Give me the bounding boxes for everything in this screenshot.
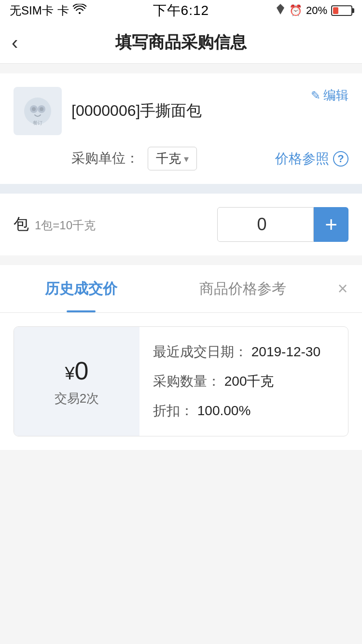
main-content (0, 450, 362, 644)
product-code: [0000006] (71, 102, 140, 119)
battery-icon (331, 5, 352, 16)
status-right: ⏰ 20% (276, 4, 352, 17)
battery-percent: 20% (306, 4, 327, 17)
purchase-qty-value: 200千克 (224, 374, 274, 389)
sim-label: 卡 (57, 3, 69, 18)
edit-label: 编辑 (323, 87, 348, 104)
history-trade-count: 交易2次 (55, 390, 99, 407)
product-name: [0000006]手撕面包 (71, 100, 202, 122)
history-price-display: ¥0 (65, 356, 89, 385)
product-left: 餐订 [0000006]手撕面包 (14, 87, 202, 135)
quantity-plus-button[interactable]: + (314, 207, 348, 242)
product-thumbnail: 餐订 (14, 87, 62, 135)
tab-product-price-ref[interactable]: 商品价格参考 (162, 266, 323, 312)
product-card: 餐订 [0000006]手撕面包 ✎ 编辑 采购单位： 千克 ▾ 价格参照 ? (0, 73, 362, 184)
unit-label-group: 采购单位： 千克 ▾ (71, 147, 197, 170)
unit-select[interactable]: 千克 ▾ (148, 147, 197, 170)
status-bar: 无SIM卡 卡 下午6:12 ⏰ 20% (0, 0, 362, 21)
tab-price-ref-label: 商品价格参考 (199, 280, 286, 296)
quantity-unit-info: 包 1包=10千克 (14, 214, 96, 235)
unit-label: 采购单位： (71, 151, 139, 166)
tab-close-button[interactable]: × (323, 265, 362, 312)
tab-history-label: 历史成交价 (45, 280, 117, 296)
svg-text:餐订: 餐订 (33, 120, 42, 126)
product-unit-row: 采购单位： 千克 ▾ 价格参照 ? (71, 135, 348, 184)
discount-value: 100.00% (197, 403, 251, 418)
edit-button[interactable]: ✎ 编辑 (311, 87, 348, 104)
price-ref-label: 价格参照 (275, 150, 329, 168)
status-left: 无SIM卡 卡 (10, 3, 86, 18)
recent-date-label: 最近成交日期： (153, 344, 248, 359)
wifi-icon (73, 4, 86, 17)
nav-bar: ‹ 填写商品采购信息 (0, 21, 362, 64)
purchase-qty-label: 采购数量： (153, 374, 221, 389)
svg-point-3 (32, 107, 36, 111)
carrier-label: 无SIM卡 (10, 3, 54, 18)
edit-icon: ✎ (311, 89, 320, 102)
quantity-unit-equation: 1包=10千克 (35, 218, 96, 233)
unit-arrow: ▾ (184, 153, 189, 165)
status-time: 下午6:12 (153, 1, 209, 20)
svg-point-4 (40, 107, 43, 111)
tabs-section: 历史成交价 商品价格参考 × ¥0 交易2次 最近成交日期： 2019-12-3… (0, 265, 362, 450)
history-card-left: ¥0 交易2次 (14, 327, 139, 436)
tabs-header: 历史成交价 商品价格参考 × (0, 265, 362, 313)
history-purchase-qty: 采购数量： 200千克 (153, 371, 334, 392)
discount-label: 折扣： (153, 403, 194, 418)
tab-content: ¥0 交易2次 最近成交日期： 2019-12-30 采购数量： 200千克 折… (0, 313, 362, 450)
quantity-unit-name: 包 (14, 214, 29, 235)
location-icon (276, 4, 285, 17)
quantity-input[interactable] (217, 207, 314, 242)
quantity-row: 包 1包=10千克 + (0, 194, 362, 255)
history-card: ¥0 交易2次 最近成交日期： 2019-12-30 采购数量： 200千克 折… (14, 326, 348, 436)
recent-date-value: 2019-12-30 (251, 344, 320, 359)
currency-symbol: ¥ (65, 364, 75, 383)
back-button[interactable]: ‹ (12, 33, 18, 52)
product-header: 餐订 [0000006]手撕面包 ✎ 编辑 (14, 87, 348, 135)
unit-value: 千克 (156, 150, 181, 167)
product-title: 手撕面包 (140, 102, 202, 119)
section-divider (0, 184, 362, 194)
page-title: 填写商品采购信息 (115, 31, 247, 54)
tab-history-price[interactable]: 历史成交价 (0, 266, 162, 312)
history-discount: 折扣： 100.00% (153, 400, 334, 422)
price-ref-button[interactable]: 价格参照 ? (275, 150, 348, 168)
quantity-input-group: + (217, 207, 348, 242)
close-icon: × (337, 279, 348, 299)
price-ref-icon: ? (333, 151, 348, 167)
alarm-icon: ⏰ (289, 4, 302, 17)
history-price-value: 0 (75, 357, 89, 385)
history-recent-date: 最近成交日期： 2019-12-30 (153, 341, 334, 363)
history-card-right: 最近成交日期： 2019-12-30 采购数量： 200千克 折扣： 100.0… (139, 327, 348, 436)
